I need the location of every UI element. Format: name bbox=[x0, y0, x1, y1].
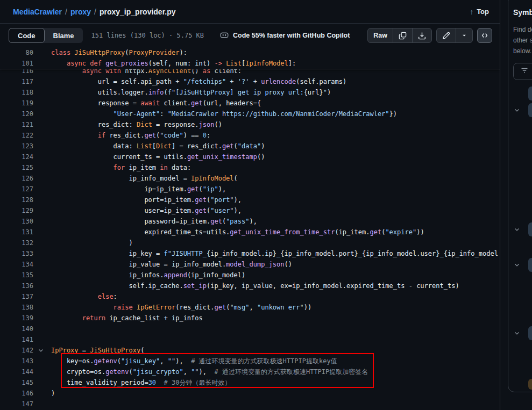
code-line: 145 time_validity_period=30 # 30分钟（最长时效） bbox=[0, 377, 500, 388]
line-number[interactable]: 118 bbox=[0, 87, 33, 98]
tab-blame[interactable]: Blame bbox=[45, 28, 83, 43]
chevron-down-icon[interactable] bbox=[510, 107, 523, 113]
gutter-spacer bbox=[33, 259, 48, 270]
line-number[interactable]: 137 bbox=[0, 291, 33, 302]
line-number[interactable]: 117 bbox=[0, 76, 33, 87]
code-line: 118 utils.logger.info(f"[JiSuHttpProxy] … bbox=[0, 87, 500, 98]
raw-copy-download-group: Raw bbox=[367, 28, 432, 43]
line-number[interactable]: 121 bbox=[0, 119, 33, 130]
line-number[interactable]: 130 bbox=[0, 216, 33, 227]
code-line: 140 bbox=[0, 323, 500, 334]
github-file-view: MediaCrawler/proxy/proxy_ip_provider.py … bbox=[0, 0, 532, 410]
breadcrumb-folder-link[interactable]: proxy bbox=[70, 8, 91, 16]
line-number[interactable]: 123 bbox=[0, 141, 33, 152]
gutter-spacer bbox=[33, 130, 48, 141]
gutter-spacer bbox=[33, 195, 48, 205]
arrow-up-icon: ↑ bbox=[470, 8, 473, 16]
back-to-top-link[interactable]: ↑ Top bbox=[470, 8, 489, 16]
line-number[interactable]: 147 bbox=[0, 399, 33, 409]
line-number[interactable]: 135 bbox=[0, 270, 33, 280]
file-actions: Raw bbox=[367, 28, 492, 43]
copy-icon[interactable] bbox=[393, 28, 413, 42]
chevron-down-icon[interactable] bbox=[510, 330, 523, 336]
line-number[interactable]: 134 bbox=[0, 259, 33, 270]
code-text: user=ip_item.get("user"), bbox=[48, 205, 500, 216]
gutter-spacer bbox=[33, 399, 48, 409]
line-number[interactable]: 129 bbox=[0, 205, 33, 216]
copilot-banner-text: Code 55% faster with GitHub Copilot bbox=[233, 32, 350, 39]
download-icon[interactable] bbox=[413, 28, 431, 42]
code-line: 131 expired_time_ts=utils.get_unix_time_… bbox=[0, 227, 500, 238]
line-number[interactable]: 136 bbox=[0, 280, 33, 291]
edit-dropdown-caret-icon[interactable] bbox=[456, 28, 472, 42]
symbols-panel-toggle-button[interactable] bbox=[477, 28, 492, 43]
code-text bbox=[48, 323, 500, 334]
line-number[interactable]: 128 bbox=[0, 195, 33, 205]
copilot-icon bbox=[220, 31, 229, 40]
tab-code[interactable]: Code bbox=[9, 28, 45, 43]
code-line: 130 password=ip_item.get("pass"), bbox=[0, 216, 500, 227]
line-number[interactable]: 139 bbox=[0, 313, 33, 323]
breadcrumb-separator: / bbox=[65, 8, 67, 16]
symbols-filter-button[interactable] bbox=[513, 63, 532, 80]
symbol-pill[interactable] bbox=[528, 87, 532, 100]
line-number[interactable]: 124 bbox=[0, 152, 33, 162]
symbol-pill[interactable] bbox=[528, 222, 532, 236]
line-number[interactable]: 141 bbox=[0, 334, 33, 345]
symbol-pill[interactable] bbox=[528, 103, 532, 117]
line-number[interactable]: 126 bbox=[0, 173, 33, 184]
code-text: if res_dict.get("code") == 0: bbox=[48, 130, 500, 141]
symbol-pill[interactable] bbox=[528, 326, 532, 340]
code-line: 141 bbox=[0, 334, 500, 345]
line-number[interactable]: 142 bbox=[0, 345, 33, 356]
line-number[interactable]: 101 bbox=[0, 58, 33, 69]
edit-pencil-icon[interactable] bbox=[437, 28, 456, 42]
line-number[interactable]: 132 bbox=[0, 238, 33, 248]
symbol-item bbox=[510, 222, 532, 236]
line-number[interactable]: 131 bbox=[0, 227, 33, 238]
chevron-down-icon[interactable] bbox=[510, 262, 523, 268]
line-number[interactable]: 140 bbox=[0, 323, 33, 334]
line-number[interactable]: 80 bbox=[0, 47, 33, 58]
breadcrumb-repo-link[interactable]: MediaCrawler bbox=[13, 8, 62, 16]
line-number[interactable]: 145 bbox=[0, 377, 33, 388]
line-number[interactable]: 127 bbox=[0, 184, 33, 195]
gutter-spacer bbox=[33, 205, 48, 216]
line-number[interactable]: 138 bbox=[0, 302, 33, 313]
code-viewer: 116 async with httpx.AsyncClient() as cl… bbox=[0, 47, 500, 410]
gutter-spacer bbox=[33, 162, 48, 173]
code-line: 124 current_ts = utils.get_unix_timestam… bbox=[0, 152, 500, 162]
raw-button[interactable]: Raw bbox=[368, 28, 393, 42]
gutter-spacer bbox=[33, 173, 48, 184]
code-line: 125 for ip_item in data: bbox=[0, 162, 500, 173]
gutter-spacer bbox=[33, 58, 48, 69]
line-number[interactable]: 120 bbox=[0, 109, 33, 119]
gutter-spacer bbox=[33, 323, 48, 334]
line-number[interactable]: 125 bbox=[0, 162, 33, 173]
gutter-spacer bbox=[33, 141, 48, 152]
line-number[interactable]: 119 bbox=[0, 98, 33, 109]
line-number[interactable]: 146 bbox=[0, 388, 33, 399]
gutter-spacer bbox=[33, 388, 48, 399]
gutter-spacer bbox=[33, 291, 48, 302]
sticky-scope-lines: 80class JiSuHttpProxy(ProxyProvider):101… bbox=[0, 47, 500, 69]
gutter-spacer bbox=[33, 76, 48, 87]
line-number[interactable]: 143 bbox=[0, 356, 33, 366]
code-blame-toggle: Code Blame bbox=[9, 28, 83, 43]
copilot-banner[interactable]: Code 55% faster with GitHub Copilot bbox=[220, 31, 350, 40]
code-text: self.ip_cache.set_ip(ip_key, ip_value, e… bbox=[48, 280, 500, 291]
gutter-spacer bbox=[33, 313, 48, 323]
gutter-spacer bbox=[33, 356, 48, 366]
line-number[interactable]: 133 bbox=[0, 248, 33, 259]
collapse-chevron-icon[interactable] bbox=[33, 345, 48, 356]
symbol-pill[interactable] bbox=[528, 258, 532, 272]
code-line: 123 data: List[Dict] = res_dict.get("dat… bbox=[0, 141, 500, 152]
line-number[interactable]: 144 bbox=[0, 366, 33, 377]
gutter-spacer bbox=[33, 280, 48, 291]
line-number[interactable]: 122 bbox=[0, 130, 33, 141]
chevron-down-icon[interactable] bbox=[510, 226, 523, 233]
symbol-pill[interactable] bbox=[528, 379, 532, 390]
symbol-item bbox=[510, 87, 532, 100]
code-line: 138 raise IpGetError(res_dict.get("msg",… bbox=[0, 302, 500, 313]
code-line: 144 crypto=os.getenv("jisu_crypto", ""),… bbox=[0, 366, 500, 377]
